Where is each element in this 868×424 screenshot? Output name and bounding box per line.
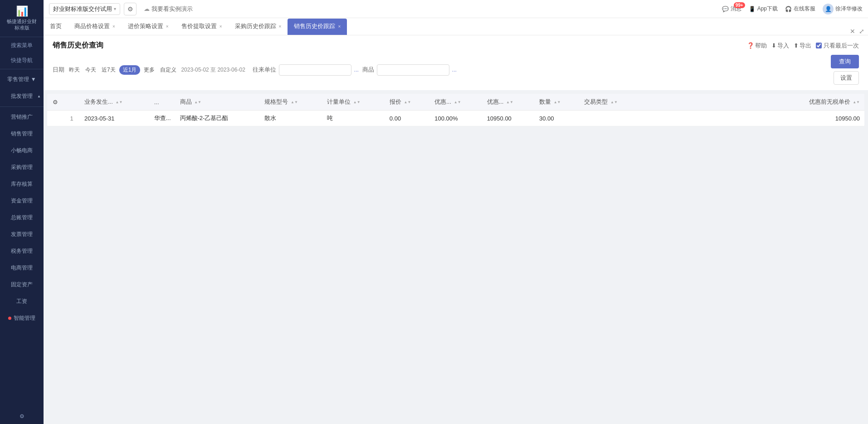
- sort-icon-spec[interactable]: ▲▼: [291, 100, 298, 104]
- sort-icon-trade-type[interactable]: ▲▼: [610, 100, 618, 104]
- tab-purchase-strategy-close[interactable]: ×: [166, 24, 169, 29]
- tab-product-price[interactable]: 商品价格设置 ×: [68, 19, 122, 35]
- version-selector-text: 好业财标准版交付试用: [53, 5, 112, 13]
- col-settings[interactable]: ⚙: [47, 94, 63, 111]
- tab-product-price-close[interactable]: ×: [112, 24, 115, 29]
- col-unit[interactable]: 计量单位 ▲▼: [322, 94, 385, 111]
- tab-purchase-strategy[interactable]: 进价策略设置 ×: [122, 19, 175, 35]
- sidebar-item-invoice[interactable]: 发票管理: [0, 226, 44, 243]
- tabbar-end: ✕ ⤢: [850, 28, 868, 35]
- sort-icon-quote[interactable]: ▲▼: [404, 100, 411, 104]
- sidebar-item-ledger[interactable]: 总账管理: [0, 209, 44, 226]
- col-product[interactable]: 商品 ▲▼: [176, 94, 260, 111]
- chevron-down-icon: ▾: [114, 6, 116, 11]
- cell-unit: 吨: [322, 111, 385, 126]
- col-quantity[interactable]: 数量 ▲▼: [535, 94, 580, 111]
- sidebar-item-ecommerce-small-label: 小畅电商: [11, 147, 33, 154]
- sidebar-item-payroll[interactable]: 工资: [0, 293, 44, 310]
- tab-close-window-icon[interactable]: ✕: [850, 28, 855, 35]
- tab-price-extract-close[interactable]: ×: [219, 24, 222, 29]
- cell-biz-date: 2023-05-31: [80, 111, 150, 126]
- tab-purchase-strategy-label: 进价策略设置: [128, 22, 163, 30]
- sort-icon-unit[interactable]: ▲▼: [353, 100, 361, 104]
- user-menu[interactable]: 👤 徐泽华修改: [823, 4, 863, 14]
- last-only-checkbox-label[interactable]: 只看最后一次: [816, 42, 859, 50]
- sidebar-item-wholesale[interactable]: 批发管理: [0, 88, 44, 105]
- tab-home[interactable]: 首页: [44, 19, 68, 35]
- messages-badge: 99+: [734, 2, 745, 8]
- col-discount2[interactable]: 优惠... ▲▼: [483, 94, 535, 111]
- date-option-more[interactable]: 更多: [142, 65, 156, 75]
- help-button[interactable]: ❓ 帮助: [747, 42, 767, 50]
- sort-icon-biz-date[interactable]: ▲▼: [115, 100, 122, 104]
- sidebar-item-sales[interactable]: 销售管理: [0, 125, 44, 142]
- date-option-yesterday[interactable]: 昨天: [67, 65, 82, 75]
- product-filter-label: 商品: [362, 66, 374, 74]
- export-button[interactable]: ⬆ 导出: [794, 42, 811, 50]
- sidebar-item-retail[interactable]: 零售管理: [0, 71, 44, 88]
- last-only-checkbox[interactable]: [816, 43, 822, 48]
- col-discount1[interactable]: 优惠... ▲▼: [430, 94, 482, 111]
- sort-icon-discount2[interactable]: ▲▼: [506, 100, 513, 104]
- page-header: 销售历史价查询 ❓ 帮助 ⬇ 导入 ⬆ 导出 只看最后一次: [44, 35, 868, 50]
- demo-button[interactable]: ☁ 我要看实例演示: [144, 5, 193, 13]
- query-button[interactable]: 查询: [831, 55, 859, 68]
- messages-button[interactable]: 💬 消息 99+: [722, 5, 741, 13]
- headset-icon: 🎧: [785, 6, 792, 12]
- col-pretax-price[interactable]: 优惠前无税单价 ▲▼: [776, 94, 864, 111]
- sidebar-bottom-settings[interactable]: ⚙: [0, 409, 44, 424]
- settings-button[interactable]: 设置: [834, 71, 859, 85]
- tab-purchase-history[interactable]: 采购历史价跟踪 ×: [229, 19, 288, 35]
- sort-icon-discount1[interactable]: ▲▼: [454, 100, 461, 104]
- col-quote[interactable]: 报价 ▲▼: [385, 94, 430, 111]
- sidebar-search[interactable]: 搜索菜单: [0, 37, 44, 54]
- online-service-button[interactable]: 🎧 在线客服: [785, 5, 815, 13]
- tab-sales-history-close[interactable]: ×: [338, 24, 341, 29]
- sidebar-item-assets[interactable]: 固定资产: [0, 276, 44, 293]
- col-product-label: 商品: [180, 98, 192, 105]
- product-more-btn[interactable]: ...: [452, 67, 457, 73]
- cell-discount2: 10950.00: [483, 111, 535, 126]
- sort-icon-pretax-price[interactable]: ▲▼: [853, 100, 860, 104]
- app-download-button[interactable]: 📱 App下载: [749, 5, 778, 13]
- date-options: 昨天 今天 近7天 近1月 更多 自定义: [67, 65, 178, 75]
- date-option-7days[interactable]: 近7天: [100, 65, 117, 75]
- sidebar-item-finance[interactable]: 资金管理: [0, 193, 44, 209]
- import-button[interactable]: ⬇ 导入: [771, 42, 789, 50]
- version-selector[interactable]: 好业财标准版交付试用 ▾: [49, 3, 120, 15]
- tab-purchase-history-close[interactable]: ×: [279, 24, 282, 29]
- source-unit-input[interactable]: [279, 64, 351, 76]
- sidebar-item-marketing[interactable]: 营销推广: [0, 109, 44, 125]
- sidebar-quick-nav[interactable]: 快捷导航: [0, 54, 44, 67]
- col-trade-type[interactable]: 交易类型 ▲▼: [580, 94, 642, 111]
- col-biz-date[interactable]: 业务发生... ▲▼: [80, 94, 150, 111]
- sidebar-item-ecommerce-small[interactable]: 小畅电商: [0, 142, 44, 159]
- sort-icon-product[interactable]: ▲▼: [194, 100, 201, 104]
- filter-bar: 日期 昨天 今天 近7天 近1月 更多 自定义 2023-05-02 至 202…: [44, 50, 868, 90]
- sort-icon-quantity[interactable]: ▲▼: [554, 100, 561, 104]
- sidebar-item-smart[interactable]: 智能管理: [0, 310, 44, 327]
- app-download-label: App下载: [757, 5, 778, 13]
- tab-price-extract[interactable]: 售价提取设置 ×: [175, 19, 229, 35]
- sidebar-item-purchase[interactable]: 采购管理: [0, 159, 44, 176]
- sidebar-item-purchase-label: 采购管理: [11, 164, 33, 170]
- sidebar-item-wholesale-label: 批发管理: [11, 93, 33, 99]
- sidebar-item-ecommerce[interactable]: 电商管理: [0, 260, 44, 276]
- tab-maximize-icon[interactable]: ⤢: [859, 28, 864, 35]
- data-table: ⚙ 业务发生... ▲▼ ... 商品 ▲▼: [47, 94, 864, 126]
- topbar: 好业财标准版交付试用 ▾ ⚙ ☁ 我要看实例演示 💬 消息 99+ 📱 App下…: [44, 0, 868, 18]
- table-settings-icon[interactable]: ⚙: [53, 99, 58, 106]
- topbar-settings-button[interactable]: ⚙: [124, 3, 137, 15]
- date-option-custom[interactable]: 自定义: [158, 65, 178, 75]
- sidebar-item-inventory[interactable]: 库存核算: [0, 176, 44, 193]
- content-area: 销售历史价查询 ❓ 帮助 ⬇ 导入 ⬆ 导出 只看最后一次: [44, 35, 868, 424]
- date-option-today[interactable]: 今天: [83, 65, 98, 75]
- col-spec[interactable]: 规格型号 ▲▼: [260, 94, 322, 111]
- main-area: 好业财标准版交付试用 ▾ ⚙ ☁ 我要看实例演示 💬 消息 99+ 📱 App下…: [44, 0, 868, 424]
- sidebar-item-tax[interactable]: 税务管理: [0, 243, 44, 260]
- tab-sales-history[interactable]: 销售历史价跟踪 ×: [288, 19, 347, 35]
- date-option-1month[interactable]: 近1月: [119, 65, 141, 75]
- col-more[interactable]: ...: [150, 94, 176, 111]
- product-filter-input[interactable]: [377, 64, 449, 76]
- source-unit-more-btn[interactable]: ...: [354, 67, 359, 73]
